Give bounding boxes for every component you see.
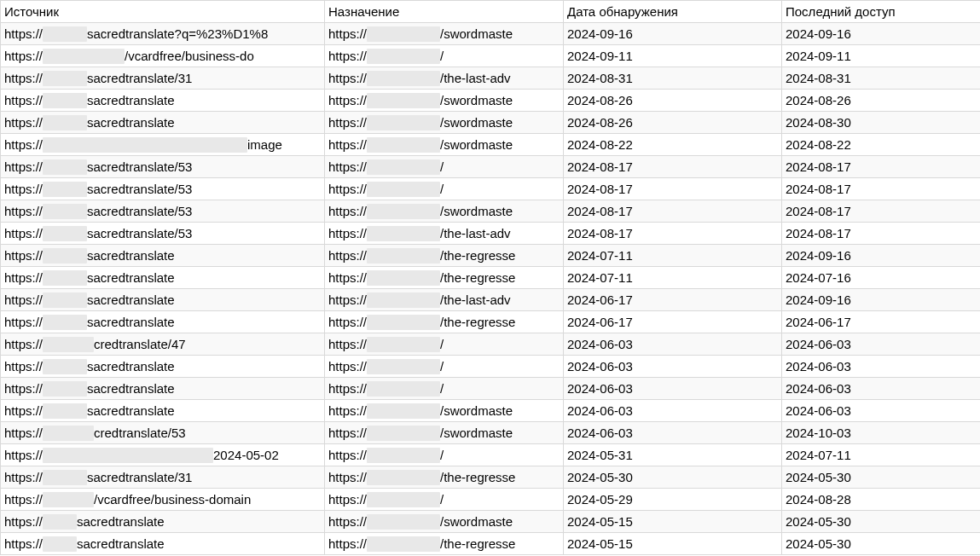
table-row[interactable]: https://sacredtranslatehttps:///swordmas… [1,90,981,112]
cell-source[interactable]: https://sacredtranslate/53 [1,178,325,200]
table-row[interactable]: https://2024-05-02https:///2024-05-31202… [1,444,981,466]
cell-discovered[interactable]: 2024-08-26 [564,112,782,134]
table-row[interactable]: https://sacredtranslatehttps:///2024-06-… [1,356,981,378]
cell-source[interactable]: https://sacredtranslate [1,112,325,134]
cell-last-access[interactable]: 2024-06-03 [782,356,981,378]
cell-last-access[interactable]: 2024-05-30 [782,533,981,555]
cell-discovered[interactable]: 2024-09-11 [564,45,782,67]
cell-discovered[interactable]: 2024-08-26 [564,90,782,112]
header-last-access[interactable]: Последний доступ [782,1,981,23]
table-row[interactable]: https://sacredtranslate/53https:///sword… [1,200,981,223]
cell-discovered[interactable]: 2024-06-17 [564,289,782,311]
cell-discovered[interactable]: 2024-06-03 [564,378,782,400]
cell-last-access[interactable]: 2024-08-31 [782,67,981,90]
cell-destination[interactable]: https:///swordmaste [325,23,564,45]
cell-destination[interactable]: https:/// [325,45,564,67]
cell-source[interactable]: https://sacredtranslate [1,356,325,378]
table-row[interactable]: https://sacredtranslate/53https:///the-l… [1,223,981,245]
cell-last-access[interactable]: 2024-08-30 [782,112,981,134]
table-row[interactable]: https://sacredtranslatehttps:///the-last… [1,289,981,311]
cell-discovered[interactable]: 2024-08-17 [564,156,782,178]
cell-destination[interactable]: https:///swordmaste [325,400,564,422]
cell-destination[interactable]: https:///swordmaste [325,112,564,134]
cell-last-access[interactable]: 2024-09-11 [782,45,981,67]
cell-last-access[interactable]: 2024-08-22 [782,134,981,156]
header-destination[interactable]: Назначение [325,1,564,23]
table-row[interactable]: https://sacredtranslatehttps:///the-regr… [1,311,981,333]
cell-discovered[interactable]: 2024-08-22 [564,134,782,156]
cell-source[interactable]: https://sacredtranslate [1,400,325,422]
cell-last-access[interactable]: 2024-09-16 [782,23,981,45]
table-row[interactable]: https://sacredtranslatehttps:///swordmas… [1,400,981,422]
cell-last-access[interactable]: 2024-08-17 [782,200,981,223]
cell-destination[interactable]: https:/// [325,178,564,200]
cell-last-access[interactable]: 2024-08-17 [782,223,981,245]
cell-discovered[interactable]: 2024-06-03 [564,333,782,356]
cell-source[interactable]: https://sacredtranslate [1,378,325,400]
table-row[interactable]: https://sacredtranslatehttps:///the-regr… [1,533,981,555]
table-row[interactable]: https:///vcardfree/business-domainhttps:… [1,489,981,511]
cell-destination[interactable]: https:///the-regresse [325,245,564,267]
table-row[interactable]: https://sacredtranslate/53https:///2024-… [1,178,981,200]
header-source[interactable]: Источник [1,1,325,23]
table-row[interactable]: https://credtranslate/53https:///swordma… [1,422,981,444]
cell-discovered[interactable]: 2024-05-15 [564,511,782,533]
cell-destination[interactable]: https:/// [325,378,564,400]
cell-source[interactable]: https://sacredtranslate?q=%23%D1%8 [1,23,325,45]
cell-source[interactable]: https:///vcardfree/business-do [1,45,325,67]
cell-last-access[interactable]: 2024-08-26 [782,90,981,112]
header-discovered[interactable]: Дата обнаружения [564,1,782,23]
cell-discovered[interactable]: 2024-07-11 [564,267,782,289]
cell-destination[interactable]: https:///swordmaste [325,511,564,533]
cell-last-access[interactable]: 2024-07-11 [782,444,981,466]
cell-last-access[interactable]: 2024-09-16 [782,245,981,267]
cell-destination[interactable]: https:///swordmaste [325,200,564,223]
cell-source[interactable]: https://sacredtranslate [1,511,325,533]
cell-source[interactable]: https://sacredtranslate/31 [1,466,325,489]
cell-destination[interactable]: https:/// [325,356,564,378]
cell-destination[interactable]: https:///the-last-adv [325,67,564,90]
cell-last-access[interactable]: 2024-06-03 [782,378,981,400]
cell-destination[interactable]: https:/// [325,489,564,511]
cell-last-access[interactable]: 2024-08-17 [782,156,981,178]
cell-destination[interactable]: https:///swordmaste [325,90,564,112]
cell-discovered[interactable]: 2024-05-15 [564,533,782,555]
cell-discovered[interactable]: 2024-05-31 [564,444,782,466]
cell-source[interactable]: https://sacredtranslate [1,90,325,112]
cell-destination[interactable]: https:///swordmaste [325,422,564,444]
table-row[interactable]: https:///vcardfree/business-dohttps:///2… [1,45,981,67]
cell-last-access[interactable]: 2024-06-03 [782,400,981,422]
table-row[interactable]: https://sacredtranslatehttps:///swordmas… [1,511,981,533]
cell-destination[interactable]: https:///the-regresse [325,533,564,555]
table-row[interactable]: https://sacredtranslatehttps:///the-regr… [1,245,981,267]
table-row[interactable]: https://sacredtranslate/31https:///the-l… [1,67,981,90]
cell-discovered[interactable]: 2024-08-17 [564,200,782,223]
cell-source[interactable]: https:///vcardfree/business-domain [1,489,325,511]
cell-discovered[interactable]: 2024-09-16 [564,23,782,45]
cell-source[interactable]: https://credtranslate/47 [1,333,325,356]
cell-source[interactable]: https://sacredtranslate [1,245,325,267]
cell-source[interactable]: https://sacredtranslate/53 [1,223,325,245]
cell-discovered[interactable]: 2024-07-11 [564,245,782,267]
cell-destination[interactable]: https:///swordmaste [325,134,564,156]
cell-destination[interactable]: https:/// [325,444,564,466]
cell-discovered[interactable]: 2024-06-03 [564,356,782,378]
cell-source[interactable]: https://sacredtranslate [1,311,325,333]
cell-discovered[interactable]: 2024-06-03 [564,422,782,444]
cell-last-access[interactable]: 2024-05-30 [782,466,981,489]
cell-source[interactable]: https://credtranslate/53 [1,422,325,444]
cell-last-access[interactable]: 2024-06-03 [782,333,981,356]
cell-source[interactable]: https://sacredtranslate/31 [1,67,325,90]
cell-discovered[interactable]: 2024-08-17 [564,223,782,245]
cell-discovered[interactable]: 2024-05-29 [564,489,782,511]
cell-discovered[interactable]: 2024-06-03 [564,400,782,422]
cell-last-access[interactable]: 2024-06-17 [782,311,981,333]
table-row[interactable]: https://imagehttps:///swordmaste2024-08-… [1,134,981,156]
cell-destination[interactable]: https:///the-regresse [325,267,564,289]
cell-source[interactable]: https://sacredtranslate [1,267,325,289]
table-row[interactable]: https://sacredtranslate/31https:///the-r… [1,466,981,489]
cell-destination[interactable]: https:/// [325,156,564,178]
cell-destination[interactable]: https:///the-regresse [325,466,564,489]
cell-last-access[interactable]: 2024-09-16 [782,289,981,311]
cell-source[interactable]: https://sacredtranslate [1,289,325,311]
